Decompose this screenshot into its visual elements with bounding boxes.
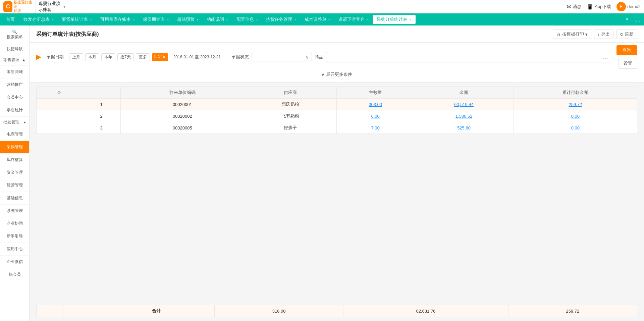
product-more-icon[interactable]: … <box>602 54 608 61</box>
col-seq <box>82 87 120 99</box>
sidebar-item-enterprise-collab[interactable]: 企业协同 <box>0 217 29 230</box>
date-btn-this-month[interactable]: 本月 <box>85 53 99 61</box>
date-custom-badge[interactable]: 自定义 <box>152 53 168 61</box>
table-row: 2 00020002 飞鹤奶粉 6.00 1,586.52 0.00 <box>37 110 637 122</box>
tab-requisition-summary[interactable]: 要货单统计表 × <box>58 15 96 24</box>
sidebar: 🔍 搜索菜单 快捷导航 零售管理 ▲ 零售商城 营销推广 会员中心 零售统计 批… <box>0 25 30 321</box>
close-tab-overstock-warning[interactable]: × <box>197 17 199 21</box>
cell-seq: 3 <box>82 122 120 134</box>
tab-expiry-query[interactable]: 保质期查询 × <box>139 15 173 24</box>
sidebar-search-area: 🔍 搜索菜单 <box>0 25 29 44</box>
cell-amount[interactable]: 1,586.52 <box>414 110 514 122</box>
expand-more-btn[interactable]: ∨ 展开更多条件 <box>36 69 637 79</box>
date-btn-last-month[interactable]: 上月 <box>69 53 83 61</box>
tab-invite-downstream[interactable]: 邀请下游客户 × <box>334 15 373 24</box>
sidebar-item-system-mgmt[interactable]: 系统管理 <box>0 205 29 217</box>
sidebar-item-operation-mgmt[interactable]: 经营管理 <box>0 179 29 192</box>
cell-supplier: 飞鹤奶粉 <box>244 110 336 122</box>
tab-cost-adjust[interactable]: 成本调整单 × <box>301 15 334 24</box>
cell-paid[interactable]: 0.00 <box>514 122 637 134</box>
close-tab-cost-adjust[interactable]: × <box>328 17 330 21</box>
sidebar-quick-nav-btn[interactable]: 快捷导航 <box>0 44 29 54</box>
refresh-button[interactable]: ↻ 刷新 <box>616 30 637 39</box>
sidebar-item-enterprise-wechat[interactable]: 企业微信 <box>0 256 29 268</box>
sidebar-item-member-center[interactable]: 会员中心 <box>0 91 29 104</box>
filter-select-group: 单据状态 ∨ 商品 … <box>231 52 611 62</box>
tab-function-desc[interactable]: 功能说明 × <box>203 15 232 24</box>
sidebar-item-basic-info[interactable]: 基础信息 <box>0 192 29 205</box>
cell-quantity[interactable]: 6.00 <box>336 110 414 122</box>
status-filter-label: 单据状态 <box>231 54 249 60</box>
tab-purchase-summary[interactable]: 采购订单统计表 × <box>373 15 415 24</box>
sidebar-item-purchase-mgmt[interactable]: 采购管理 <box>0 141 29 154</box>
logo-icon: C <box>3 1 12 12</box>
tab-overstock-warning[interactable]: 超储预警 × <box>173 15 203 24</box>
tab-receive-summary[interactable]: 收发存汇总表 × <box>19 15 58 24</box>
footer-table: 合计 316.00 62,631.76 259.72 <box>36 305 637 317</box>
table-row: 3 00020005 好孩子 7.00 525.80 0.00 <box>37 122 637 134</box>
tab-config-info[interactable]: 配置信息 × <box>232 15 262 24</box>
cell-quantity[interactable]: 7.00 <box>336 122 414 134</box>
cell-code: 00020001 <box>121 99 244 110</box>
sidebar-search-btn[interactable]: 🔍 搜索菜单 <box>2 28 27 41</box>
sidebar-item-inventory-check[interactable]: 库存核算 <box>0 154 29 166</box>
cell-paid[interactable]: 0.00 <box>514 110 637 122</box>
app-download-btn[interactable]: 📱 App下载 <box>587 3 611 10</box>
data-table: ⚙ 往来单位编码 供应商 主数量 金额 累计付款金额 1 00020001 惠氏… <box>36 87 637 134</box>
date-btn-this-year[interactable]: 本年 <box>101 53 115 61</box>
col-code: 往来单位编码 <box>121 87 244 99</box>
print-button[interactable]: 🖨 按模板打印 ▾ <box>553 30 591 39</box>
sidebar-item-retail-mgmt[interactable]: 零售管理 ▲ <box>0 54 29 66</box>
print-icon: 🖨 <box>556 32 561 37</box>
print-arrow-icon: ▾ <box>585 32 588 37</box>
sidebar-item-wholesale-mgmt[interactable]: 批发管理 ▾ <box>0 117 29 128</box>
close-tab-available-stock[interactable]: × <box>133 17 135 21</box>
date-filter-label: 单据日期 <box>46 54 64 60</box>
footer-paid: 259.72 <box>508 305 637 317</box>
close-tab-requisition-summary[interactable]: × <box>90 17 92 21</box>
date-btn-last-7-days[interactable]: 近7天 <box>117 53 134 61</box>
sidebar-item-new-user-guide[interactable]: 新手引导 <box>0 230 29 243</box>
message-btn[interactable]: ✉ 消息 <box>567 3 581 10</box>
status-select[interactable]: ∨ <box>252 53 312 61</box>
cell-code: 00020005 <box>121 122 244 134</box>
tab-stocking-task[interactable]: 拣货任务管理 × <box>262 15 300 24</box>
sidebar-item-ecommerce-mgmt[interactable]: 电商管理 <box>0 128 29 141</box>
store-selector[interactable]: 母婴行业演示账套 ▾ <box>36 0 89 14</box>
sidebar-item-member[interactable]: 畅会员 <box>0 268 29 281</box>
filter-right: 查询 设置 <box>616 45 637 69</box>
cell-quantity[interactable]: 303.00 <box>336 99 414 110</box>
sidebar-item-retail-store[interactable]: 零售商城 <box>0 66 29 78</box>
tab-available-stock[interactable]: 可用量库存账本 × <box>96 15 139 24</box>
close-tab-config-info[interactable]: × <box>256 17 258 21</box>
product-select[interactable]: … <box>326 52 611 62</box>
page-title-row: 采购订单统计表(按供应商) 🖨 按模板打印 ▾ ↓ 导出 ↻ 刷新 <box>36 30 637 39</box>
table-container: ⚙ 往来单位编码 供应商 主数量 金额 累计付款金额 1 00020001 惠氏… <box>30 83 644 305</box>
sidebar-item-capital-mgmt[interactable]: 资金管理 <box>0 166 29 179</box>
cell-amount[interactable]: 525.80 <box>414 122 514 134</box>
query-button[interactable]: 查询 <box>616 45 637 55</box>
nav-close-btn[interactable]: × <box>624 16 631 23</box>
nav-fullscreen-btn[interactable]: ⛶ <box>633 16 643 23</box>
close-tab-function-desc[interactable]: × <box>226 17 228 21</box>
settings-button[interactable]: 设置 <box>619 58 637 69</box>
date-btn-more[interactable]: 更多 <box>136 53 150 61</box>
cell-paid[interactable]: 259.72 <box>514 99 637 110</box>
export-icon: ↓ <box>598 32 600 37</box>
close-tab-invite-downstream[interactable]: × <box>367 17 369 21</box>
close-tab-stocking-task[interactable]: × <box>294 17 296 21</box>
col-paid: 累计付款金额 <box>514 87 637 99</box>
user-avatar-area[interactable]: E demo2 <box>616 2 641 11</box>
sidebar-item-marketing[interactable]: 营销推广 <box>0 78 29 91</box>
message-icon: ✉ <box>567 3 571 10</box>
col-settings[interactable]: ⚙ <box>37 87 82 99</box>
close-tab-expiry-query[interactable]: × <box>167 17 169 21</box>
sidebar-item-retail-stats[interactable]: 零售统计 <box>0 104 29 117</box>
close-tab-receive-summary[interactable]: × <box>52 17 54 21</box>
sidebar-item-app-center[interactable]: 应用中心 <box>0 243 29 256</box>
filter-toggle-btn[interactable]: ▶ <box>36 53 41 61</box>
export-button[interactable]: ↓ 导出 <box>594 30 614 39</box>
tab-home[interactable]: 首页 <box>1 15 19 24</box>
close-tab-purchase-summary[interactable]: × <box>409 17 411 21</box>
cell-amount[interactable]: 60,519.44 <box>414 99 514 110</box>
